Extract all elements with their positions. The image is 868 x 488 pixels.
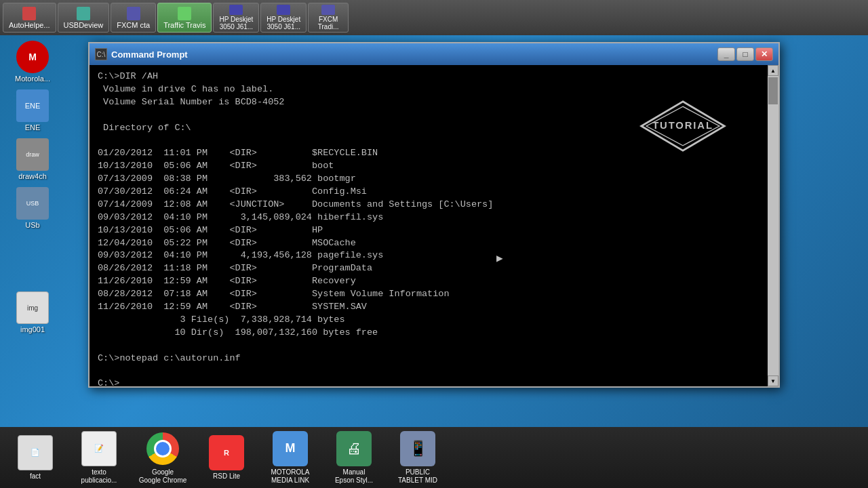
fact-icon: 📄	[18, 435, 53, 470]
taskbar-btn-autohelpeu[interactable]: AutoHelpe...	[3, 3, 56, 33]
desktop-icons-left: M Motorola... ENE ENE draw draw4ch USB U…	[5, 41, 60, 229]
hp2-icon	[277, 5, 290, 15]
cmd-window: C:\ Command Prompt _ □ ✕ TUTORIAL C:\>DI…	[88, 42, 780, 388]
cmd-titlebar: C:\ Command Prompt _ □ ✕	[90, 43, 778, 65]
mouse-cursor: ▶	[496, 251, 503, 266]
taskbar-btn-fxcm-cta[interactable]: FXCM cta	[111, 3, 156, 33]
svg-text:TUTORIAL: TUTORIAL	[652, 120, 713, 131]
bottom-icon-google-chrome[interactable]: GoogleGoogle Chrome	[133, 431, 193, 485]
public-tablet-icon: 📱	[400, 431, 435, 466]
bottom-icon-manual-epson[interactable]: 🖨 ManualEpson Styl...	[324, 431, 384, 485]
desktop-icon-ene[interactable]: ENE ENE	[5, 89, 60, 131]
cmd-content: TUTORIAL C:\>DIR /AH Volume in drive C h…	[90, 65, 778, 386]
taskbar-btn-hp2[interactable]: HP Deskjet3050 J61...	[260, 3, 307, 33]
window-controls: _ □ ✕	[717, 47, 773, 61]
fxcm-cta-icon	[127, 7, 140, 20]
hp1-icon	[229, 5, 243, 15]
cmd-line-dir: C:\>DIR /AH Volume in drive C has no lab…	[98, 71, 493, 386]
tutorial-diamond-svg: TUTORIAL	[639, 97, 727, 155]
motorola-icon: M	[16, 41, 49, 73]
desktop-icon-img001[interactable]: img img001	[5, 291, 60, 333]
tutorial-badge: TUTORIAL	[639, 99, 727, 153]
cmd-output[interactable]: TUTORIAL C:\>DIR /AH Volume in drive C h…	[90, 65, 768, 386]
scroll-down-button[interactable]: ▼	[768, 375, 778, 386]
autohelpeu-icon	[22, 7, 36, 20]
taskbar-bottom: 📄 fact 📝 textopublicacio... GoogleGoogle…	[0, 427, 868, 488]
desktop-icon-motorola[interactable]: M Motorola...	[5, 41, 60, 83]
maximize-button[interactable]: □	[736, 47, 754, 61]
scroll-up-button[interactable]: ▲	[768, 65, 778, 76]
desktop: AutoHelpe... USBDeview FXCM cta Traffic …	[0, 0, 868, 488]
taskbar-btn-usbdeview[interactable]: USBDeview	[58, 3, 110, 33]
chrome-icon	[145, 431, 180, 466]
desktop-icon-draw4ch[interactable]: draw draw4ch	[5, 138, 60, 180]
cmd-title-text: Command Prompt	[111, 49, 717, 60]
bottom-icon-public-tablet[interactable]: 📱 PUBLICTABLET MID	[388, 431, 448, 485]
taskbar-btn-traffic-travis[interactable]: Traffic Travis	[157, 3, 212, 33]
bottom-icon-fact[interactable]: 📄 fact	[5, 435, 65, 481]
chrome-icon-shape	[146, 432, 179, 465]
bottom-icon-rsd-lite[interactable]: R RSD Lite	[197, 435, 256, 481]
usb-icon: USB	[16, 187, 49, 220]
ene-icon: ENE	[16, 89, 49, 122]
cmd-scrollbar[interactable]: ▲ ▼	[768, 65, 778, 386]
bottom-icon-texto[interactable]: 📝 textopublicacio...	[69, 431, 129, 485]
img001-icon: img	[16, 291, 49, 324]
draw4ch-icon: draw	[16, 138, 49, 171]
usbdeview-icon	[77, 7, 90, 20]
taskbar-btn-hp1[interactable]: HP Deskjet3050 J61...	[213, 3, 259, 33]
traffic-travis-icon	[178, 7, 191, 20]
fxcm-tradi-icon	[321, 5, 335, 15]
taskbar-top: AutoHelpe... USBDeview FXCM cta Traffic …	[0, 0, 868, 35]
rsd-icon: R	[209, 435, 244, 470]
taskbar-btn-fxcm-tradi[interactable]: FXCMTradi...	[308, 3, 349, 33]
desktop-icons-lower: img img001	[5, 291, 60, 333]
motorola-media-icon: M	[273, 431, 308, 466]
minimize-button[interactable]: _	[717, 47, 735, 61]
close-button[interactable]: ✕	[755, 47, 773, 61]
manual-epson-icon: 🖨	[336, 431, 372, 466]
bottom-icon-motorola-media[interactable]: M MOTOROLAMEDIA LINK	[260, 431, 320, 485]
cmd-title-icon: C:\	[95, 48, 107, 60]
texto-icon: 📝	[81, 431, 117, 466]
desktop-icon-usb[interactable]: USB USb	[5, 187, 60, 229]
scrollbar-thumb[interactable]	[768, 77, 778, 104]
